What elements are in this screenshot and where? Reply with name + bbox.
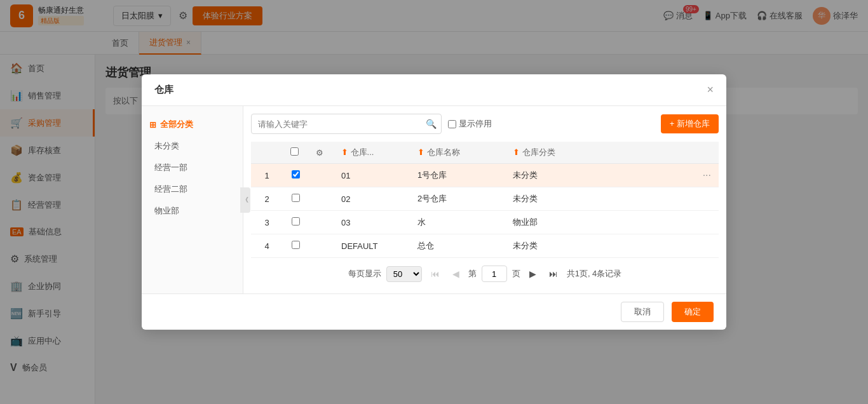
cell-num: 2 — [251, 187, 283, 211]
row-checkbox[interactable] — [292, 241, 300, 249]
category-panel: ⊞ 全部分类 未分类 经营一部 经营二部 物业部 《 — [142, 106, 243, 293]
cell-code: DEFAULT — [334, 234, 410, 258]
cell-name: 1号仓库 — [410, 164, 505, 187]
col-name: ⬆ 仓库名称 — [410, 142, 505, 164]
warehouse-table: ⚙ ⬆ 仓库... ⬆ 仓库名称 — [251, 142, 719, 258]
search-icon: 🔍 — [426, 119, 437, 129]
cell-check — [283, 164, 308, 187]
cell-name: 水 — [410, 211, 505, 234]
prev-page-button[interactable]: ◀ — [449, 267, 463, 280]
sort-icon: ⬆ — [341, 147, 348, 157]
sort-cat-icon: ⬆ — [513, 147, 520, 157]
cell-num: 1 — [251, 164, 283, 187]
table-header-row: ⚙ ⬆ 仓库... ⬆ 仓库名称 — [251, 142, 719, 164]
row-checkbox[interactable] — [292, 194, 300, 202]
cell-gear — [308, 164, 334, 187]
gear-header-icon: ⚙ — [316, 148, 323, 158]
category-item-property[interactable]: 物业部 — [142, 200, 243, 222]
total-info: 共1页, 4条记录 — [567, 268, 622, 279]
modal-body: ⊞ 全部分类 未分类 经营一部 经营二部 物业部 《 🔍 — [142, 106, 726, 293]
cell-category: 物业部 — [505, 211, 719, 234]
cell-code: 02 — [334, 187, 410, 211]
table-row: 3 03 水 物业部 — [251, 211, 719, 234]
pagination-bar: 每页显示 50 100 ⏮ ◀ 第 页 ▶ ⏭ 共1页, 4条记录 — [251, 258, 719, 286]
modal-overlay: 仓库 × ⊞ 全部分类 未分类 经营一部 经营二部 物业部 《 — [0, 0, 868, 404]
category-all-label: 全部分类 — [160, 119, 193, 130]
cell-category: 未分类 ··· — [505, 164, 719, 187]
page-prefix: 第 — [468, 268, 477, 279]
cell-check — [283, 234, 308, 258]
next-page-button[interactable]: ▶ — [526, 267, 540, 280]
cell-check — [283, 187, 308, 211]
search-input[interactable] — [251, 114, 442, 134]
table-row: 4 DEFAULT 总仓 未分类 — [251, 234, 719, 258]
col-category: ⬆ 仓库分类 — [505, 142, 719, 164]
page-number-input[interactable] — [482, 266, 507, 282]
show-disabled-label[interactable]: 显示停用 — [448, 118, 492, 130]
col-gear: ⚙ — [308, 142, 334, 164]
cell-name: 2号仓库 — [410, 187, 505, 211]
per-page-label: 每页显示 — [348, 268, 381, 279]
modal-title: 仓库 — [154, 84, 173, 96]
select-all-checkbox[interactable] — [290, 147, 299, 156]
table-body: 1 01 1号仓库 未分类 ··· 2 02 2号仓库 未分类 3 — [251, 164, 719, 258]
cell-name: 总仓 — [410, 234, 505, 258]
cell-num: 3 — [251, 211, 283, 234]
cell-check — [283, 211, 308, 234]
cell-gear — [308, 211, 334, 234]
modal-close-button[interactable]: × — [707, 83, 714, 97]
first-page-button[interactable]: ⏮ — [427, 267, 444, 280]
modal-footer: 取消 确定 — [142, 293, 726, 330]
col-code: ⬆ 仓库... — [334, 142, 410, 164]
show-disabled-text: 显示停用 — [459, 118, 492, 130]
show-disabled-checkbox[interactable] — [448, 120, 456, 128]
table-row: 2 02 2号仓库 未分类 — [251, 187, 719, 211]
table-head: ⚙ ⬆ 仓库... ⬆ 仓库名称 — [251, 142, 719, 164]
cell-code: 01 — [334, 164, 410, 187]
cell-category: 未分类 — [505, 187, 719, 211]
col-num — [251, 142, 283, 164]
category-item-operations1[interactable]: 经营一部 — [142, 157, 243, 178]
cell-gear — [308, 234, 334, 258]
confirm-button[interactable]: 确定 — [672, 302, 714, 322]
col-check — [283, 142, 308, 164]
row-actions[interactable]: ··· — [703, 170, 711, 181]
modal-header: 仓库 × — [142, 74, 726, 106]
cell-category: 未分类 — [505, 234, 719, 258]
per-page-select[interactable]: 50 100 — [386, 266, 422, 282]
grid-icon: ⊞ — [149, 120, 156, 130]
sort-name-icon: ⬆ — [417, 147, 424, 157]
table-scroll: ⚙ ⬆ 仓库... ⬆ 仓库名称 — [251, 142, 719, 258]
row-checkbox[interactable] — [292, 170, 300, 178]
category-item-operations2[interactable]: 经营二部 — [142, 178, 243, 200]
cell-num: 4 — [251, 234, 283, 258]
collapse-panel-button[interactable]: 《 — [240, 187, 250, 213]
category-item-uncategorized[interactable]: 未分类 — [142, 135, 243, 157]
search-wrap: 🔍 — [251, 114, 442, 134]
cancel-button[interactable]: 取消 — [621, 302, 664, 322]
warehouse-modal: 仓库 × ⊞ 全部分类 未分类 经营一部 经营二部 物业部 《 — [142, 74, 726, 330]
cell-gear — [308, 187, 334, 211]
cell-code: 03 — [334, 211, 410, 234]
row-checkbox[interactable] — [292, 217, 300, 226]
page-suffix: 页 — [512, 268, 520, 279]
table-toolbar: 🔍 显示停用 + 新增仓库 — [251, 114, 719, 134]
table-panel: 🔍 显示停用 + 新增仓库 — [243, 106, 726, 293]
category-all[interactable]: ⊞ 全部分类 — [142, 114, 243, 135]
last-page-button[interactable]: ⏭ — [545, 267, 562, 280]
add-warehouse-button[interactable]: + 新增仓库 — [661, 114, 719, 133]
table-row: 1 01 1号仓库 未分类 ··· — [251, 164, 719, 187]
